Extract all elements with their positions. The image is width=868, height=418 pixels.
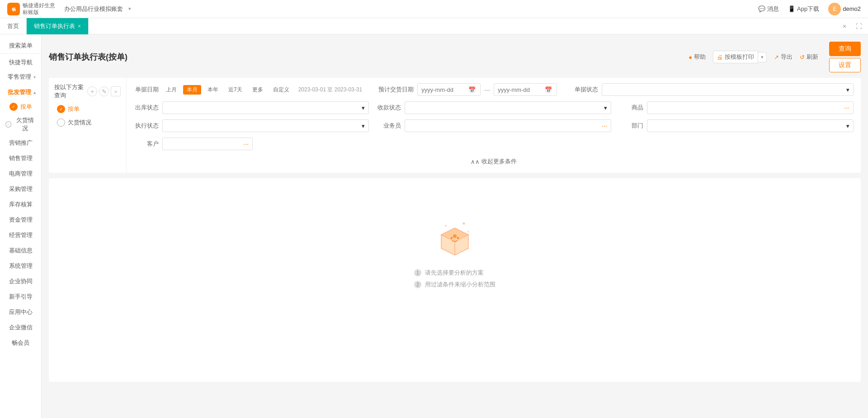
scheme-item-by-order-label: 按单 <box>68 105 80 113</box>
salesperson-select[interactable]: ··· <box>405 119 611 132</box>
logo-icon: 畅 <box>7 3 20 15</box>
delivery-start-field[interactable] <box>421 86 467 93</box>
collapse-button[interactable]: ∧∧ 收起更多条件 <box>134 154 854 167</box>
delivery-end-field[interactable] <box>498 86 543 93</box>
svg-point-7 <box>463 223 465 225</box>
app-subtitle: 办公用品行业模拟账套 <box>64 5 123 13</box>
tab-expand-button[interactable]: ⛶ <box>854 21 864 32</box>
customer-dots[interactable]: ··· <box>243 140 249 147</box>
scheme-item-active-icon: ✓ <box>57 105 65 113</box>
date-tab-more[interactable]: 更多 <box>249 85 267 95</box>
page-title: 销售订单执行表(按单) <box>49 52 127 62</box>
status-select[interactable]: ▾ <box>602 83 854 96</box>
sidebar-item-member[interactable]: 畅会员 <box>0 335 41 351</box>
salesperson-dots[interactable]: ··· <box>602 122 607 129</box>
sidebar-purchase-label: 采购管理 <box>5 185 36 193</box>
filter-goods: 商品 ··· <box>618 101 854 114</box>
svg-point-8 <box>468 231 469 233</box>
filter-customer: 客户 ··· <box>134 138 253 150</box>
sidebar-sub-item-owe[interactable]: ○ 欠货情况 <box>0 114 41 135</box>
tip-1-text: 请先选择要分析的方案 <box>425 269 484 277</box>
tab-controls: × ⛶ <box>839 21 868 32</box>
receipt-status-chevron: ▾ <box>604 104 607 111</box>
exec-status-select[interactable]: ▾ <box>162 119 369 132</box>
out-status-select[interactable]: ▾ <box>162 101 369 114</box>
settings-button[interactable]: 设置 <box>829 58 861 72</box>
sidebar-item-inventory[interactable]: 库存核算 <box>0 197 41 212</box>
avatar: E <box>828 3 841 15</box>
search-button[interactable]: 查询 <box>829 42 861 56</box>
message-label: 消息 <box>767 5 779 13</box>
delivery-end-input[interactable]: 📅 <box>494 83 557 96</box>
date-tab-7days[interactable]: 近7天 <box>225 85 246 95</box>
empty-tip-1: 1 请先选择要分析的方案 <box>414 269 495 277</box>
sidebar-item-purchase[interactable]: 采购管理 <box>0 181 41 197</box>
app-dropdown-icon[interactable]: ▾ <box>128 6 131 12</box>
sidebar-item-app-center[interactable]: 应用中心 <box>0 304 41 320</box>
export-button[interactable]: ↗ 导出 <box>774 53 793 61</box>
sidebar-sub-item-by-order[interactable]: ✓ 按单 <box>0 100 41 114</box>
date-tab-last-month[interactable]: 上月 <box>162 85 180 95</box>
tab-close-window-button[interactable]: × <box>839 21 850 32</box>
tab-active[interactable]: 销售订单执行表 × <box>27 18 89 34</box>
sidebar-item-system[interactable]: 系统管理 <box>0 258 41 274</box>
date-range-dash: — <box>484 86 490 93</box>
print-button-group: 🖨 按模板打印 ▾ <box>713 51 767 63</box>
sidebar-item-basic[interactable]: 基础信息 <box>0 243 41 258</box>
dept-select[interactable]: ▾ <box>647 119 854 132</box>
print-dropdown-arrow[interactable]: ▾ <box>758 52 767 62</box>
refresh-button[interactable]: ↺ 刷新 <box>800 53 818 61</box>
sidebar-item-ecommerce[interactable]: 电商管理 <box>0 166 41 181</box>
collapse-up-icon: ∧∧ <box>471 158 480 165</box>
tab-home[interactable]: 首页 <box>0 18 27 34</box>
scheme-item-by-order[interactable]: ✓ 按单 <box>54 103 121 115</box>
sidebar-item-finance[interactable]: 资金管理 <box>0 212 41 228</box>
empty-state: 1 请先选择要分析的方案 2 用过滤条件来缩小分析范围 <box>49 178 861 325</box>
date-tab-this-year[interactable]: 本年 <box>204 85 222 95</box>
scheme-item-owe[interactable]: 欠货情况 <box>54 117 121 128</box>
filter-salesperson: 业务员 ··· <box>376 119 611 132</box>
sidebar-item-retail[interactable]: 零售管理 ▾ <box>0 69 41 85</box>
dept-chevron: ▾ <box>846 123 849 129</box>
scheme-edit-button[interactable]: ✎ <box>99 86 109 96</box>
message-button[interactable]: 💬 消息 <box>758 5 779 13</box>
date-tab-custom[interactable]: 自定义 <box>269 85 293 95</box>
receipt-status-select[interactable]: ▾ <box>405 101 611 114</box>
sidebar-item-wholesale[interactable]: 批发管理 ▴ <box>0 85 41 100</box>
sidebar-item-newbie[interactable]: 新手引导 <box>0 289 41 304</box>
filter-row-3: 执行状态 ▾ 业务员 ··· 部门 <box>134 119 854 132</box>
logo-area: 畅 畅捷通好生意 标账版 <box>7 2 55 15</box>
user-menu[interactable]: E demo2 <box>828 3 861 15</box>
customer-select[interactable]: ··· <box>162 138 253 150</box>
date-range-text: 2023-03-01 至 2023-03-31 <box>298 86 362 94</box>
sidebar-operations-label: 经营管理 <box>5 231 36 239</box>
customer-label: 客户 <box>134 140 159 148</box>
sidebar-section: 零售管理 ▾ 批发管理 ▴ ✓ 按单 ○ 欠货情况 营销推广 销售管理 <box>0 69 41 351</box>
sidebar-search[interactable]: 搜索菜单 <box>0 38 41 54</box>
print-button[interactable]: 🖨 按模板打印 <box>713 51 758 63</box>
help-button[interactable]: ● 帮助 <box>689 53 706 61</box>
scheme-collapse-button[interactable]: « <box>111 86 121 96</box>
sidebar-wholesale-arrow: ▴ <box>33 90 36 95</box>
delivery-start-input[interactable]: 📅 <box>417 83 481 96</box>
sidebar-system-label: 系统管理 <box>5 262 36 270</box>
filter-exec-status: 执行状态 ▾ <box>134 119 369 132</box>
date-tab-this-month[interactable]: 本月 <box>183 85 201 95</box>
tip-2-num: 2 <box>414 281 421 288</box>
scheme-add-button[interactable]: + <box>87 86 97 96</box>
sidebar-item-wechat[interactable]: 企业微信 <box>0 320 41 335</box>
status-label: 单据状态 <box>573 86 598 94</box>
goods-dots[interactable]: ··· <box>844 104 849 111</box>
sidebar-item-marketing[interactable]: 营销推广 <box>0 135 41 151</box>
exec-status-label: 执行状态 <box>134 122 159 130</box>
sidebar-item-sales[interactable]: 销售管理 <box>0 151 41 166</box>
app-download-button[interactable]: 📱 App下载 <box>788 5 819 13</box>
filter-row-1: 单据日期 上月 本月 本年 近7天 更多 自定义 2023-03-01 至 20… <box>134 83 854 96</box>
sidebar-item-enterprise[interactable]: 企业协同 <box>0 274 41 289</box>
tab-close-icon[interactable]: × <box>78 23 81 29</box>
header-right: 💬 消息 📱 App下载 E demo2 <box>758 3 861 15</box>
goods-select[interactable]: ··· <box>647 101 854 114</box>
page-header: 销售订单执行表(按单) ● 帮助 🖨 按模板打印 ▾ ↗ 导出 <box>49 42 861 72</box>
sidebar-quick-nav[interactable]: 快捷导航 <box>0 56 41 69</box>
sidebar-item-operations[interactable]: 经营管理 <box>0 228 41 243</box>
